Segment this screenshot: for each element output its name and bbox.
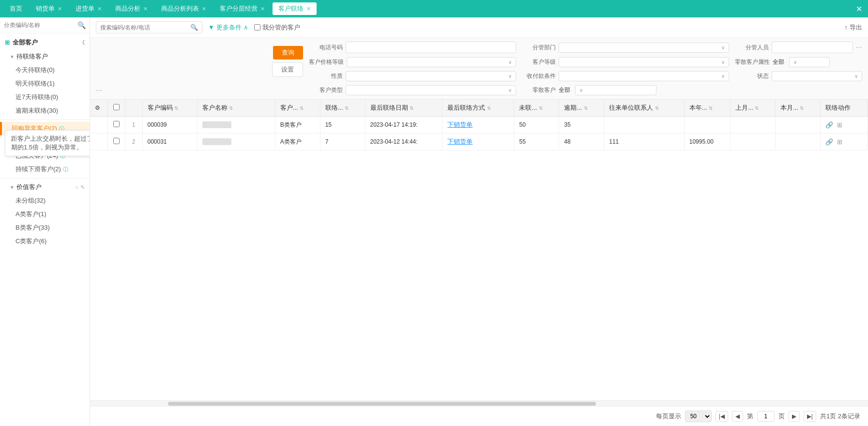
row1-method-link[interactable]: 下销货单 <box>447 121 472 128</box>
status-chevron-icon: ∨ <box>854 73 858 79</box>
close-customer-contact-icon[interactable]: ✕ <box>306 6 311 12</box>
sidebar-search-container: 🔍 <box>0 17 90 33</box>
status-select[interactable]: ∨ <box>772 71 862 81</box>
close-sales-icon[interactable]: ✕ <box>58 6 62 12</box>
sidebar-leaf-tomorrow[interactable]: 明天待联络(1) <box>0 77 90 90</box>
table-header-settings[interactable]: ⚙ <box>90 100 107 117</box>
table-row: 1 000039 B类客户 15 2023-04-17 14:19: 下销货单 … <box>90 117 868 133</box>
table-body: 1 000039 B类客户 15 2023-04-17 14:19: 下销货单 … <box>90 117 868 150</box>
row1-contact: 15 <box>320 117 365 133</box>
row1-action-grid-icon[interactable]: ⊞ <box>837 121 842 129</box>
row1-num: 1 <box>125 117 142 133</box>
more-conditions-button[interactable]: ▼ 更多条件 ∧ <box>208 23 248 32</box>
nature-select[interactable]: ∨ <box>346 71 516 81</box>
row2-uncontacted: 55 <box>514 133 559 150</box>
per-page-label: 每页显示 <box>656 412 681 421</box>
sidebar-group-value[interactable]: ▼ 价值客户 ○ ✎ <box>0 180 90 194</box>
my-customers-input[interactable] <box>254 24 260 30</box>
first-page-button[interactable]: |◀ <box>716 411 728 422</box>
export-button[interactable]: ↑ 导出 <box>845 23 863 32</box>
table-header-code[interactable]: 客户编码 ⇅ <box>142 100 197 117</box>
top-navigation: 首页 销货单 ✕ 进货单 ✕ 商品分析 ✕ 商品分析列表 ✕ 客户分层经营 ✕ … <box>0 0 868 17</box>
person-input[interactable] <box>772 42 853 53</box>
retail-attr-select[interactable]: ∨ <box>789 57 830 67</box>
sidebar-leaf-7days[interactable]: 近7天待联络(0) <box>0 90 90 104</box>
retail-customer-select[interactable]: ∨ <box>575 85 656 95</box>
nav-item-home[interactable]: 首页 <box>4 2 28 15</box>
sidebar-group-pending[interactable]: ▼ 待联络客户 <box>0 50 90 63</box>
sidebar-search-input[interactable] <box>4 22 77 29</box>
person-dots-icon[interactable]: ··· <box>856 43 862 52</box>
row1-code: 000039 <box>142 117 197 133</box>
page-input[interactable] <box>757 411 775 422</box>
sidebar-leaf-declining[interactable]: 持续下滑客户(2) ⓘ <box>0 162 90 176</box>
page-size-select[interactable]: 50 100 200 <box>685 411 712 422</box>
filter-top-bar: 🔍 ▼ 更多条件 ∧ 我分管的客户 ↑ 导出 <box>90 17 868 38</box>
row1-select-checkbox[interactable] <box>113 121 120 127</box>
prev-page-button[interactable]: ◀ <box>732 411 743 422</box>
payment-select[interactable]: ∨ <box>559 71 729 81</box>
close-purchase-icon[interactable]: ✕ <box>97 6 102 12</box>
close-customer-segment-icon[interactable]: ✕ <box>260 6 265 12</box>
row2-method-link[interactable]: 下销货单 <box>447 138 472 145</box>
sidebar-leaf-b-class[interactable]: B类客户(33) <box>0 221 90 235</box>
declining-info-icon: ⓘ <box>63 166 68 173</box>
sidebar-leaf-a-class[interactable]: A类客户(1) <box>0 207 90 221</box>
this-year-sort-icon: ⇅ <box>709 105 713 111</box>
select-all-checkbox[interactable] <box>113 104 120 110</box>
dept-select[interactable]: ∨ <box>559 43 729 53</box>
sidebar-leaf-ungrouped[interactable]: 未分组(32) <box>0 194 90 207</box>
abnormal-tooltip: 距客户上次交易时长，超过了此客户的平均交易周期的1.5倍，则视为异常。 ··· <box>5 130 90 156</box>
uncontacted-sort-icon: ⇅ <box>539 105 543 111</box>
row1-action-link-icon[interactable]: 🔗 <box>825 121 833 129</box>
table-header-last-month[interactable]: 上月... ⇅ <box>731 100 776 117</box>
table-header-this-month[interactable]: 本月... ⇅ <box>776 100 821 117</box>
sidebar-collapse-arrow[interactable]: 《 <box>79 39 85 46</box>
next-page-button[interactable]: ▶ <box>789 411 800 422</box>
row1-name <box>197 117 275 133</box>
last-page-button[interactable]: ▶| <box>804 411 816 422</box>
nav-item-customer-contact[interactable]: 客户联络 ✕ <box>273 2 317 15</box>
close-all-tabs-icon[interactable]: ✕ <box>856 4 862 14</box>
sidebar-all-customers[interactable]: ⊞ 全部客户 《 <box>0 35 90 50</box>
horizontal-scrollbar[interactable] <box>90 400 868 406</box>
table-header-name[interactable]: 客户名称 ⇅ <box>197 100 275 117</box>
table-header-type[interactable]: 客户... ⇅ <box>275 100 320 117</box>
filter-search-input[interactable] <box>100 24 187 31</box>
sidebar-leaf-overdue[interactable]: 逾期未联络(30) <box>0 104 90 118</box>
scroll-thumb[interactable] <box>168 402 596 406</box>
value-edit-icon[interactable]: ✎ <box>80 184 85 191</box>
customer-grade-select[interactable]: ∨ <box>559 57 729 67</box>
query-button[interactable]: 查询 <box>273 46 303 59</box>
my-customers-checkbox[interactable]: 我分管的客户 <box>254 23 300 32</box>
main-layout: 🔍 ⊞ 全部客户 《 ▼ 待联络客户 今天待联络(0) 明天待联络(1) 近7天… <box>0 17 868 426</box>
sidebar-tree: ⊞ 全部客户 《 ▼ 待联络客户 今天待联络(0) 明天待联络(1) 近7天待联… <box>0 33 90 426</box>
price-grade-select[interactable]: ∨ <box>347 57 516 67</box>
table-header-overdue[interactable]: 逾期... ⇅ <box>559 100 604 117</box>
nav-item-purchase[interactable]: 进货单 ✕ <box>70 2 107 15</box>
value-circle-icon[interactable]: ○ <box>75 184 78 190</box>
close-analysis-list-icon[interactable]: ✕ <box>202 6 206 12</box>
row4-dots-icon[interactable]: ··· <box>96 86 102 95</box>
table-header-unit-contacts[interactable]: 往来单位联系人 ⇅ <box>604 100 685 117</box>
close-analysis-icon[interactable]: ✕ <box>143 6 148 12</box>
nav-item-sales[interactable]: 销货单 ✕ <box>30 2 68 15</box>
table-header-last-date[interactable]: 最后联络日期 ⇅ <box>365 100 442 117</box>
row2-select-checkbox[interactable] <box>113 138 120 144</box>
customer-type-select[interactable]: ∨ <box>346 85 516 95</box>
nav-item-analysis-list[interactable]: 商品分析列表 ✕ <box>155 2 212 15</box>
table-header-this-year[interactable]: 本年... ⇅ <box>684 100 730 117</box>
table-header-contact[interactable]: 联络... ⇅ <box>320 100 365 117</box>
sidebar-leaf-c-class[interactable]: C类客户(6) <box>0 235 90 248</box>
settings-button[interactable]: 设置 <box>272 62 303 77</box>
table-header-uncontacted[interactable]: 未联... ⇅ <box>514 100 559 117</box>
row2-action-link-icon[interactable]: 🔗 <box>825 138 833 146</box>
row2-action-grid-icon[interactable]: ⊞ <box>837 138 842 146</box>
table-area: ⚙ 客户编码 ⇅ 客户名称 ⇅ 客户... ⇅ 联络... ⇅ 最后联络日期 ⇅… <box>90 100 868 400</box>
table-header-last-method[interactable]: 最后联络方式 ⇅ <box>442 100 514 117</box>
phone-input[interactable] <box>346 42 516 53</box>
nav-item-analysis[interactable]: 商品分析 ✕ <box>109 2 153 15</box>
row1-this-year <box>684 117 730 133</box>
nav-item-customer-segment[interactable]: 客户分层经营 ✕ <box>214 2 271 15</box>
sidebar-leaf-today[interactable]: 今天待联络(0) <box>0 63 90 77</box>
